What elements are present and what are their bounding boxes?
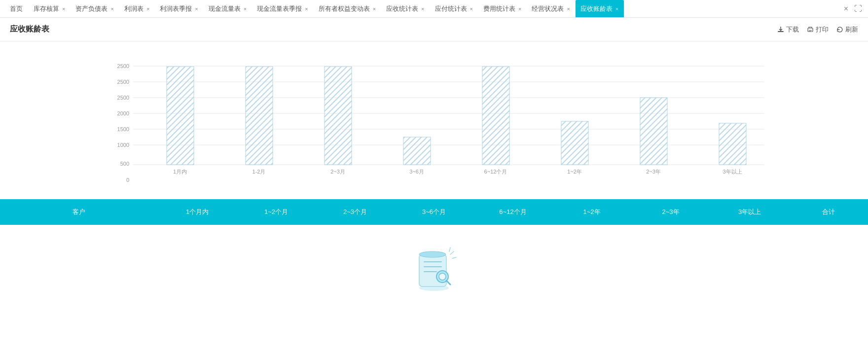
refresh-icon [836, 26, 843, 33]
chart-area: 2500 2500 2500 2000 1500 1000 500 0 1月内 … [0, 41, 868, 199]
close-icon[interactable]: × [518, 6, 521, 12]
y-label-base: 500 [120, 161, 129, 167]
close-icon[interactable]: × [305, 6, 308, 12]
col-3-6month: 3~6个月 [395, 208, 473, 216]
page-title: 应收账龄表 [10, 24, 49, 35]
y-label-1500: 2500 [117, 95, 129, 101]
bar-2-3年 [640, 98, 667, 165]
xlabel-5: 6~12个月 [484, 169, 507, 175]
print-button[interactable]: 打印 [807, 25, 829, 34]
y-label-2000: 2500 [117, 79, 129, 85]
svg-line-22 [452, 257, 456, 258]
tab-ar-aging[interactable]: 应收账龄表 × [576, 0, 624, 18]
bar-chart: 2500 2500 2500 2000 1500 1000 500 0 1月内 … [20, 51, 848, 189]
empty-state [0, 225, 868, 355]
empty-illustration [407, 245, 461, 294]
y-label-0: 1000 [117, 142, 129, 148]
download-button[interactable]: 下载 [777, 25, 799, 34]
header-actions: 下载 打印 刷新 [777, 25, 858, 34]
tab-cashflow-quarter[interactable]: 现金流量表季报 × [252, 0, 313, 18]
y-label-500: 1500 [117, 126, 129, 132]
maximize-window-icon[interactable]: ⛶ [852, 4, 864, 13]
tab-expense-stat[interactable]: 费用统计表 × [478, 0, 527, 18]
chart-container: 2500 2500 2500 2000 1500 1000 500 0 1月内 … [20, 51, 848, 189]
bar-1-2月 [246, 67, 273, 165]
tab-cashflow[interactable]: 现金流量表 × [204, 0, 252, 18]
tab-ap-stat[interactable]: 应付统计表 × [430, 0, 478, 18]
svg-rect-0 [778, 31, 784, 32]
close-icon[interactable]: × [470, 6, 473, 12]
tab-bar: 首页 库存核算 × 资产负债表 × 利润表 × 利润表季报 × 现金流量表 × … [0, 0, 868, 18]
close-icon[interactable]: × [62, 6, 65, 12]
col-3year-plus: 3年以上 [710, 208, 789, 216]
col-1month: 1个月内 [158, 208, 237, 216]
svg-line-23 [449, 248, 450, 251]
tab-home[interactable]: 首页 [4, 0, 29, 18]
close-window-icon[interactable]: × [842, 4, 850, 13]
close-icon[interactable]: × [244, 6, 247, 12]
svg-point-14 [419, 251, 446, 257]
svg-point-19 [439, 273, 446, 280]
print-icon [807, 26, 814, 33]
close-icon[interactable]: × [146, 6, 149, 12]
svg-rect-2 [809, 30, 812, 31]
xlabel-4: 3~6月 [409, 169, 424, 175]
xlabel-1: 1月内 [173, 169, 187, 175]
tab-balance[interactable]: 资产负债表 × [71, 0, 119, 18]
bar-3年以上 [719, 123, 746, 165]
close-icon[interactable]: × [421, 6, 424, 12]
bar-6-12月 [482, 67, 509, 165]
tab-operation[interactable]: 经营状况表 × [527, 0, 575, 18]
y-label-2500: 2500 [117, 63, 129, 69]
close-icon[interactable]: × [567, 6, 570, 12]
xlabel-3: 2~3月 [330, 169, 345, 175]
bar-1月内 [167, 67, 194, 165]
close-icon[interactable]: × [373, 6, 376, 12]
tab-profit-quarter[interactable]: 利润表季报 × [155, 0, 203, 18]
svg-line-20 [446, 281, 450, 284]
col-6-12month: 6~12个月 [473, 208, 552, 216]
tab-inventory[interactable]: 库存核算 × [29, 0, 71, 18]
col-1-2year: 1~2年 [552, 208, 631, 216]
y-label-1000: 2000 [117, 110, 129, 116]
close-icon[interactable]: × [615, 6, 618, 12]
main-content: 2500 2500 2500 2000 1500 1000 500 0 1月内 … [0, 41, 868, 355]
close-icon[interactable]: × [110, 6, 113, 12]
xlabel-6: 1~2年 [567, 169, 582, 175]
tab-equity[interactable]: 所有者权益变动表 × [314, 0, 381, 18]
xlabel-7: 2~3年 [646, 169, 661, 175]
col-2-3month: 2~3个月 [316, 208, 395, 216]
col-customer: 客户 [0, 208, 158, 216]
col-total: 合计 [789, 208, 868, 216]
xlabel-2: 1-2月 [253, 169, 266, 175]
download-icon [777, 26, 784, 33]
tab-profit[interactable]: 利润表 × [119, 0, 155, 18]
table-header: 客户 1个月内 1~2个月 2~3个月 3~6个月 6~12个月 1~2年 2~… [0, 199, 868, 225]
svg-line-21 [450, 251, 454, 254]
col-1-2month: 1~2个月 [237, 208, 316, 216]
xlabel-8: 3年以上 [723, 169, 742, 175]
bar-2-3月 [325, 67, 352, 165]
window-controls: × ⛶ [842, 4, 864, 13]
svg-rect-1 [808, 28, 813, 32]
tab-ar-stat[interactable]: 应收统计表 × [381, 0, 430, 18]
close-icon[interactable]: × [195, 6, 198, 12]
bar-1-2年 [561, 121, 588, 165]
page-header: 应收账龄表 下载 打印 刷新 [0, 18, 868, 41]
col-2-3year: 2~3年 [631, 208, 710, 216]
bar-3-6月 [403, 137, 431, 165]
y-label-zero: 0 [126, 177, 129, 183]
svg-rect-3 [809, 31, 811, 32]
refresh-button[interactable]: 刷新 [836, 25, 858, 34]
